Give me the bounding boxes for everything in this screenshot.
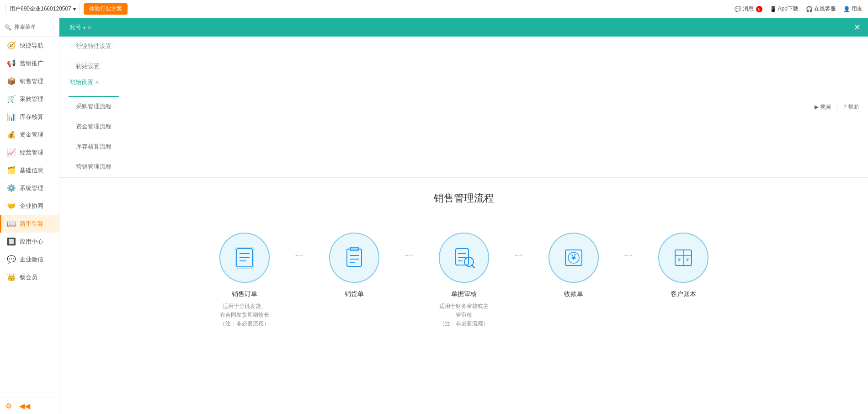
sidebar-icon-0: 🧭 xyxy=(7,41,16,50)
flow-label-0: 销售订单 xyxy=(232,290,257,298)
trial-button[interactable]: 体验行业方案 xyxy=(84,3,128,15)
user-selector[interactable]: 用户690企业1660120507 ▾ xyxy=(5,4,80,14)
sidebar: 🐰 畅捷通好生意 标准版 🔍 搜索菜单 🧭快捷导航📢营销推广📦销售管理🛒采购管理… xyxy=(0,0,59,414)
app-download-item[interactable]: 📱 App下载 xyxy=(770,5,799,13)
nav-tab-label-5: 往来期初 xyxy=(69,60,93,68)
message-badge: 6 xyxy=(756,6,762,12)
sidebar-item-快捷导航[interactable]: 🧭快捷导航 xyxy=(0,37,59,54)
flow-circle-3: ¥ xyxy=(548,233,599,283)
flow-step-0[interactable]: 销售订单适用于分批发货、 有合同发货周期较长 （注：非必要流程） xyxy=(203,233,286,329)
settings-icon[interactable]: ⚙ xyxy=(5,402,12,410)
sidebar-item-系统管理[interactable]: ⚙️系统管理 xyxy=(0,179,59,197)
nav-tab-arrow-4: ▾ xyxy=(107,43,109,48)
sub-tab-3[interactable]: 采购管理流程 xyxy=(69,97,119,117)
video-link[interactable]: ▶ 视频 xyxy=(815,103,831,111)
nav-tab-label-3: 账号 xyxy=(69,23,81,32)
sidebar-item-畅会员[interactable]: 👑畅会员 xyxy=(0,268,59,286)
sidebar-icon-8: ⚙️ xyxy=(7,184,16,192)
message-item[interactable]: 💬 消息 6 xyxy=(735,5,762,13)
nav-tab-3[interactable]: 账号 ▾ ✕ xyxy=(63,18,122,37)
help-icon: ? xyxy=(843,104,847,110)
flow-desc-2: 适用于财务审核或主 管审核 （注：非必要流程） xyxy=(439,302,489,329)
svg-text:¥: ¥ xyxy=(570,253,576,262)
sidebar-search[interactable]: 🔍 搜索菜单 xyxy=(0,18,59,37)
sidebar-item-新手引导[interactable]: 📖新手引导 xyxy=(0,215,59,233)
nav-tab-close-5[interactable]: ✕ xyxy=(99,61,103,67)
message-label: 消息 xyxy=(743,5,754,13)
sidebar-label-1: 营销推广 xyxy=(20,59,43,68)
online-service-item[interactable]: 🎧 在线客服 xyxy=(806,5,836,13)
close-all-tabs-icon[interactable]: ✕ xyxy=(850,22,864,32)
nav-tab-arrow-3: ▾ xyxy=(83,25,85,30)
divider: | xyxy=(836,104,838,110)
sidebar-item-基础信息[interactable]: 🗂️基础信息 xyxy=(0,161,59,179)
user-item[interactable]: 👤 用友 xyxy=(843,5,863,13)
sidebar-icon-3: 🛒 xyxy=(7,95,16,103)
sub-tab-4[interactable]: 资金管理流程 xyxy=(69,117,119,137)
flow-arrow-4: --→ xyxy=(615,233,642,259)
sidebar-item-采购管理[interactable]: 🛒采购管理 xyxy=(0,90,59,108)
sidebar-item-经营管理[interactable]: 📈经营管理 xyxy=(0,143,59,161)
sidebar-item-企业微信[interactable]: 💬企业微信 xyxy=(0,250,59,268)
chevron-down-icon: ▾ xyxy=(73,6,76,12)
nav-tabs: 首页物流快递 ▾ ✕在线支付 ▾ ✕账号 ▾ ✕邀请下游客户 ▾ ✕往来期初 ▾… xyxy=(59,18,868,37)
flow-step-4[interactable]: ¥ ¥ 客户账本 xyxy=(642,233,724,302)
sidebar-icon-1: 📢 xyxy=(7,59,16,68)
sidebar-icon-11: 🔲 xyxy=(7,237,16,246)
nav-tab-label-6: 初始设置 xyxy=(69,78,93,86)
help-link[interactable]: ? 帮助 xyxy=(843,103,859,111)
collapse-icon[interactable]: ◀◀ xyxy=(19,402,30,410)
search-label: 搜索菜单 xyxy=(14,23,36,31)
service-icon: 🎧 xyxy=(806,6,813,12)
sidebar-label-6: 经营管理 xyxy=(20,149,43,157)
nav-tab-label-4: 邀请下游客户 xyxy=(69,42,105,50)
flow-circle-4: ¥ ¥ xyxy=(658,233,708,283)
svg-text:¥: ¥ xyxy=(677,257,681,262)
sidebar-label-4: 库存核算 xyxy=(20,113,43,121)
flow-circle-1 xyxy=(329,233,379,283)
sidebar-item-企业协同[interactable]: 🤝企业协同 xyxy=(0,197,59,215)
sub-tab-actions: ▶ 视频 | ? 帮助 xyxy=(815,103,859,111)
flow-circle-0 xyxy=(219,233,270,283)
flow-step-1[interactable]: 销货单 xyxy=(313,233,395,302)
sidebar-item-营销推广[interactable]: 📢营销推广 xyxy=(0,54,59,72)
sidebar-icon-6: 📈 xyxy=(7,148,16,157)
avatar-icon: 👤 xyxy=(843,6,850,12)
flow-arrow-1: --→ xyxy=(286,233,313,259)
video-icon: ▶ xyxy=(815,104,819,110)
message-icon: 💬 xyxy=(735,6,741,12)
sub-tabs: 行业特性设置初始设置销售管理流程采购管理流程资金管理流程库存核算流程营销管理流程… xyxy=(59,37,868,178)
search-icon: 🔍 xyxy=(5,24,11,31)
app-download-label: App下载 xyxy=(778,5,799,13)
sidebar-item-资金管理[interactable]: 💰资金管理 xyxy=(0,126,59,143)
sidebar-label-13: 畅会员 xyxy=(20,273,37,281)
user-selector-text: 用户690企业1660120507 xyxy=(10,5,71,13)
top-bar-left: 用户690企业1660120507 ▾ 体验行业方案 xyxy=(5,3,128,15)
flow-label-2: 单据审核 xyxy=(451,290,477,298)
flow-label-4: 客户账本 xyxy=(671,290,696,298)
flow-step-3[interactable]: ¥ 收款单 xyxy=(533,233,615,302)
nav-tab-close-6[interactable]: ✕ xyxy=(95,80,99,85)
sidebar-label-0: 快捷导航 xyxy=(20,42,43,50)
flow-step-2[interactable]: 单据审核适用于财务审核或主 管审核 （注：非必要流程） xyxy=(423,233,505,329)
nav-tab-close-3[interactable]: ✕ xyxy=(87,25,91,31)
sidebar-label-9: 企业协同 xyxy=(20,202,43,210)
sidebar-item-库存核算[interactable]: 📊库存核算 xyxy=(0,108,59,126)
svg-rect-5 xyxy=(347,249,362,266)
sidebar-icon-10: 📖 xyxy=(7,219,16,228)
sidebar-label-2: 销售管理 xyxy=(20,77,43,85)
top-bar-right: 💬 消息 6 📱 App下载 🎧 在线客服 👤 用友 xyxy=(735,5,863,13)
sidebar-item-应用中心[interactable]: 🔲应用中心 xyxy=(0,233,59,250)
sidebar-label-10: 新手引导 xyxy=(20,220,43,228)
sidebar-label-11: 应用中心 xyxy=(20,238,43,246)
nav-tab-4[interactable]: 邀请下游客户 ▾ ✕ xyxy=(63,37,122,55)
nav-tab-5[interactable]: 往来期初 ▾ ✕ xyxy=(63,55,122,73)
sub-tab-6[interactable]: 营销管理流程 xyxy=(69,157,119,177)
sidebar-item-销售管理[interactable]: 📦销售管理 xyxy=(0,72,59,90)
nav-tab-6[interactable]: 初始设置 ✕ xyxy=(63,73,122,91)
sidebar-icon-5: 💰 xyxy=(7,130,16,139)
svg-text:¥: ¥ xyxy=(685,257,689,262)
sub-tab-5[interactable]: 库存核算流程 xyxy=(69,137,119,157)
sidebar-icon-4: 📊 xyxy=(7,112,16,121)
nav-tab-close-4[interactable]: ✕ xyxy=(111,43,115,49)
